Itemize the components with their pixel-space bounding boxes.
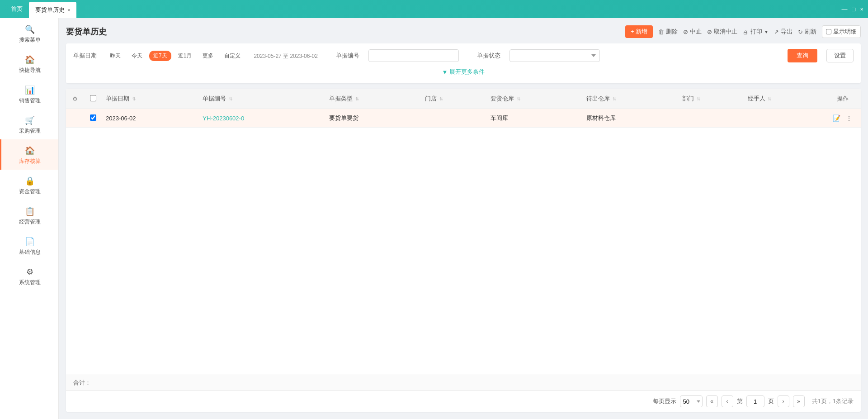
sort-store-icon[interactable]: ⇅: [439, 96, 443, 101]
sidebar-label-purchase-mgmt: 采购管理: [19, 127, 41, 135]
table-footer: 合计：: [66, 375, 861, 390]
export-icon: ↗: [774, 29, 779, 35]
settings-button[interactable]: 设置: [826, 49, 854, 62]
sidebar-label-finance-mgmt: 资金管理: [19, 188, 41, 195]
tab-requisition-history[interactable]: 要货单历史 ×: [29, 2, 76, 18]
refresh-button[interactable]: ↻ 刷新: [798, 28, 816, 36]
tab-home-label: 首页: [11, 5, 23, 13]
expand-more-button[interactable]: ▼ 展开更多条件: [73, 66, 854, 78]
row-more-icon[interactable]: ⋮: [844, 113, 854, 124]
doc-number-input[interactable]: [368, 49, 459, 62]
page-size-select[interactable]: 10 20 50 100: [680, 395, 703, 407]
sales-icon: 📊: [25, 85, 35, 95]
col-ops-label: 操作: [837, 95, 849, 102]
date-btn-last7days[interactable]: 近7天: [149, 51, 171, 61]
sidebar-label-system-mgmt: 系统管理: [19, 279, 41, 286]
date-btn-last1month[interactable]: 近1月: [174, 51, 196, 61]
row-checkbox[interactable]: [90, 114, 96, 121]
page-input[interactable]: [746, 395, 764, 407]
footer-label: 合计：: [73, 379, 91, 386]
print-icon: 🖨: [743, 29, 749, 35]
date-btn-more[interactable]: 更多: [198, 51, 217, 61]
sidebar: 🔍 搜索菜单 🏠 快捷导航 📊 销售管理 🛒 采购管理 🏠 库存核算 🔒 资金管…: [0, 18, 59, 419]
maximize-btn[interactable]: □: [852, 6, 856, 13]
sidebar-label-search-menu: 搜索菜单: [19, 36, 41, 44]
col-doc-number: 单据编号 ⇅: [199, 89, 326, 109]
print-label: 打印: [750, 28, 762, 36]
sort-doc-date-icon[interactable]: ⇅: [132, 96, 136, 101]
col-req-warehouse-label: 要货仓库: [491, 95, 514, 102]
sort-pending-warehouse-icon[interactable]: ⇅: [613, 96, 616, 101]
sort-doc-type-icon[interactable]: ⇅: [355, 96, 359, 101]
sidebar-item-search-menu[interactable]: 🔍 搜索菜单: [0, 18, 58, 48]
print-button[interactable]: 🖨 打印 ▼: [743, 28, 769, 36]
row-store: [421, 109, 487, 128]
sort-handler-icon[interactable]: ⇅: [768, 96, 771, 101]
sort-doc-number-icon[interactable]: ⇅: [229, 96, 232, 101]
display-detail-checkbox[interactable]: [826, 29, 831, 34]
next-page-button[interactable]: ›: [778, 395, 789, 407]
sidebar-item-finance-mgmt[interactable]: 🔒 资金管理: [0, 170, 58, 200]
table-row[interactable]: 2023-06-02 YH-20230602-0 要货单要货: [66, 109, 861, 128]
select-all-checkbox[interactable]: [90, 95, 96, 101]
tab-home[interactable]: 首页: [5, 0, 29, 18]
date-btn-yesterday[interactable]: 昨天: [106, 51, 125, 61]
row-req-warehouse-value: 车间库: [491, 114, 508, 121]
row-edit-icon[interactable]: 📝: [831, 113, 842, 124]
refresh-icon: ↻: [798, 29, 803, 35]
sidebar-item-inventory[interactable]: 🏠 库存核算: [0, 139, 58, 170]
row-department: [679, 109, 744, 128]
sidebar-item-operations-mgmt[interactable]: 📋 经营管理: [0, 200, 58, 230]
page-label-before: 第: [737, 397, 743, 405]
query-button[interactable]: 查询: [788, 49, 817, 62]
col-pending-warehouse-label: 待出仓库: [586, 95, 610, 102]
search-icon: 🔍: [25, 24, 35, 34]
tab-requisition-label: 要货单历史: [35, 6, 65, 14]
stop-button[interactable]: ⊘ 中止: [683, 28, 702, 36]
delete-label: 删除: [666, 28, 678, 36]
top-bar: 首页 要货单历史 × — □ ×: [0, 0, 868, 18]
table-settings-icon[interactable]: ⚙: [70, 93, 80, 104]
doc-status-wrapper: [509, 49, 778, 62]
date-btn-custom[interactable]: 自定义: [220, 51, 245, 61]
tab-close-icon[interactable]: ×: [67, 7, 70, 13]
sort-req-warehouse-icon[interactable]: ⇅: [517, 96, 520, 101]
date-btn-today[interactable]: 今天: [127, 51, 146, 61]
sidebar-item-purchase-mgmt[interactable]: 🛒 采购管理: [0, 109, 58, 139]
delete-button[interactable]: 🗑 删除: [658, 28, 678, 36]
col-doc-date-label: 单据日期: [106, 95, 129, 102]
chevron-down-icon: ▼: [442, 69, 448, 76]
sidebar-item-sales-mgmt[interactable]: 📊 销售管理: [0, 79, 58, 109]
row-doc-number-link[interactable]: YH-20230602-0: [203, 115, 244, 122]
minimize-btn[interactable]: —: [842, 6, 848, 13]
col-handler-label: 经手人: [748, 95, 765, 102]
date-range-wrapper: 2023-05-27 至 2023-06-02: [254, 52, 317, 60]
col-handler: 经手人 ⇅: [744, 89, 825, 109]
export-button[interactable]: ↗ 导出: [774, 28, 793, 36]
col-settings: ⚙: [66, 89, 84, 109]
display-detail-label: 显示明细: [833, 28, 857, 36]
page-size-label: 每页显示: [653, 397, 676, 405]
row-handler: [744, 109, 825, 128]
top-bar-controls: — □ ×: [842, 6, 863, 13]
table-header-row: ⚙ 单据日期 ⇅ 单据编号 ⇅: [66, 89, 861, 109]
sidebar-item-system-mgmt[interactable]: ⚙ 系统管理: [0, 261, 58, 291]
expand-more-label: 展开更多条件: [449, 68, 485, 76]
table-scroll[interactable]: ⚙ 单据日期 ⇅ 单据编号 ⇅: [66, 89, 861, 375]
row-doc-date: 2023-06-02: [102, 109, 199, 128]
sidebar-item-quick-nav[interactable]: 🏠 快捷导航: [0, 48, 58, 79]
row-req-warehouse: 车间库: [487, 109, 583, 128]
col-doc-date: 单据日期 ⇅: [102, 89, 199, 109]
doc-status-select[interactable]: [509, 49, 600, 62]
first-page-button[interactable]: «: [706, 395, 718, 407]
cancel-stop-button[interactable]: ⊘ 取消中止: [707, 28, 737, 36]
close-btn[interactable]: ×: [860, 6, 863, 13]
sort-department-icon[interactable]: ⇅: [697, 96, 700, 101]
new-button[interactable]: + 新增: [625, 25, 653, 38]
row-ops: 📝 ⋮: [825, 109, 861, 128]
sidebar-item-basic-info[interactable]: 📄 基础信息: [0, 230, 58, 261]
prev-page-button[interactable]: ‹: [722, 395, 733, 407]
last-page-button[interactable]: »: [793, 395, 805, 407]
row-doc-type-value: 要货单要货: [329, 114, 359, 121]
display-detail-button[interactable]: 显示明细: [822, 25, 861, 38]
